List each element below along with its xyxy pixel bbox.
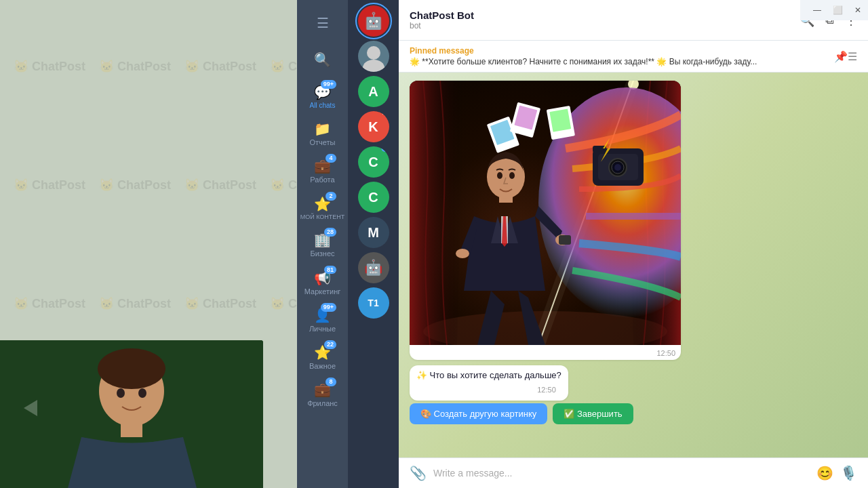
important-icon: ⭐ 22: [314, 344, 331, 361]
freelance-icon: 💼 8: [314, 382, 331, 398]
work-icon: 💼 4: [314, 158, 331, 174]
chat-area: ChatPost Bot bot 🔍 ⧉ ⋮ Pinned message 🌟 …: [399, 0, 868, 488]
sidebar-item-freelance[interactable]: 💼 8 Фриланс: [297, 376, 348, 413]
message-text-bubble: ✨ Что вы хотите сделать дальше? 12:50: [410, 365, 568, 401]
personal-badge: 99+: [321, 303, 336, 312]
sidebar-item-business[interactable]: 🏢 28 Бизнес: [297, 226, 348, 264]
chat-avatar-user-k[interactable]: K 15: [358, 111, 389, 142]
image-message: 12:50 ↩️: [410, 81, 681, 360]
work-badge: 4: [326, 154, 336, 163]
my-content-badge: 2: [326, 192, 336, 201]
sidebar-item-marketing[interactable]: 📢 81 Маркетинг: [297, 264, 348, 302]
messages-area[interactable]: 12:50 ↩️ ✨ Что вы хотите сделать дальше?…: [399, 73, 868, 458]
maximize-button[interactable]: ⬜: [827, 0, 848, 20]
search-icon: 🔍: [314, 52, 331, 68]
reports-label: Отчеты: [309, 138, 335, 147]
message-image-scene: [410, 81, 681, 345]
mic-icon[interactable]: 🎙️: [840, 465, 857, 481]
hamburger-icon: ☰: [317, 15, 329, 31]
video-overlay: [0, 340, 263, 488]
emoji-icon[interactable]: 😊: [816, 465, 833, 481]
freelance-badge: 8: [326, 378, 336, 386]
sidebar-item-important[interactable]: ⭐ 22 Важное: [297, 339, 348, 376]
chat-title: ChatPost Bot: [410, 9, 474, 21]
chat-avatar-user-a[interactable]: A: [358, 76, 389, 107]
create-another-button[interactable]: 🎨 Создать другую картинку: [410, 403, 547, 424]
business-label: Бизнес: [310, 249, 334, 258]
pinned-text: 🌟 **Хотите больше клиентов? Начните с по…: [410, 57, 783, 66]
app-container: — ⬜ ✕ ☰ 🔍 💬 99+ All chats 📁 Отчеты: [297, 0, 868, 488]
user-c1-badge: 5: [381, 146, 389, 152]
marketing-label: Маркетинг: [304, 287, 340, 296]
svg-point-33: [509, 172, 515, 179]
chat-header: ChatPost Bot bot 🔍 ⧉ ⋮: [399, 0, 868, 41]
svg-point-8: [367, 46, 380, 60]
all-chats-badge: 99+: [321, 80, 336, 89]
chat-avatar-user-c1[interactable]: C 5: [358, 146, 389, 178]
window-controls: — ⬜ ✕: [800, 0, 868, 20]
chat-list-panel: 🤖 A K 15 C 5 C M 🤖: [348, 0, 399, 488]
user-k-badge: 15: [379, 111, 389, 117]
pinned-bar: Pinned message 🌟 **Хотите больше клиенто…: [399, 41, 868, 73]
message-text-wrapper: ✨ Что вы хотите сделать дальше? 12:50 🎨 …: [410, 365, 857, 424]
sidebar-item-reports[interactable]: 📁 Отчеты: [297, 115, 348, 152]
minimize-button[interactable]: —: [807, 0, 827, 20]
all-chats-icon: 💬 99+: [314, 84, 331, 100]
chat-avatar-user-1[interactable]: [358, 41, 389, 72]
chat-avatar-user-m[interactable]: M: [358, 217, 389, 248]
chat-avatar-chatpost-bot[interactable]: 🤖: [358, 5, 389, 37]
svg-point-5: [117, 388, 125, 398]
svg-point-6: [138, 388, 146, 398]
action-buttons: 🎨 Создать другую картинку ✅ Завершить: [410, 403, 633, 424]
sidebar-item-personal[interactable]: 👤 99+ Личные: [297, 302, 348, 339]
message-input[interactable]: [433, 468, 810, 479]
attach-icon[interactable]: 📎: [410, 465, 427, 481]
svg-rect-27: [549, 108, 571, 131]
pinned-icon[interactable]: 📌☰: [834, 50, 857, 63]
input-area: 📎 😊 🎙️: [399, 458, 868, 488]
business-badge: 28: [324, 228, 336, 237]
marketing-icon: 📢 81: [314, 270, 331, 286]
my-content-label: МОЙ КОНТЕНТ: [300, 214, 345, 221]
personal-icon: 👤 99+: [314, 307, 331, 323]
sidebar-item-work[interactable]: 💼 4 Работа: [297, 152, 348, 190]
message-image-wrapper: 12:50 ↩️: [410, 81, 857, 360]
svg-point-34: [456, 249, 469, 258]
svg-rect-36: [559, 235, 571, 245]
svg-point-4: [98, 348, 165, 389]
sidebar-icons: ☰ 🔍 💬 99+ All chats 📁 Отчеты 💼 4 Работа: [297, 0, 348, 488]
pinned-label: Pinned message: [410, 46, 827, 56]
all-chats-label: All chats: [310, 102, 336, 110]
my-content-icon: ⭐ 2: [314, 196, 331, 212]
chat-avatar-robot[interactable]: 🤖: [358, 252, 389, 283]
chat-avatar-user-c2[interactable]: C: [358, 182, 389, 213]
freelance-label: Фриланс: [307, 399, 338, 408]
sidebar-search-button[interactable]: 🔍: [297, 42, 348, 79]
close-button[interactable]: ✕: [848, 0, 868, 20]
message-image-time: 12:50: [410, 346, 681, 360]
work-label: Работа: [310, 176, 334, 184]
business-icon: 🏢 28: [314, 232, 331, 248]
svg-rect-3: [121, 420, 142, 437]
message-text-time: 12:50: [416, 383, 561, 396]
svg-point-19: [614, 164, 621, 171]
finish-button[interactable]: ✅ Завершить: [553, 403, 633, 424]
sidebar-menu-button[interactable]: ☰: [297, 5, 348, 42]
personal-label: Личные: [309, 325, 336, 333]
sidebar-item-my-content[interactable]: ⭐ 2 МОЙ КОНТЕНТ: [297, 190, 348, 226]
svg-point-9: [363, 60, 384, 72]
svg-point-32: [497, 172, 502, 179]
chat-subtitle: bot: [410, 21, 474, 30]
reports-icon: 📁: [314, 121, 331, 137]
message-text: ✨ Что вы хотите сделать дальше?: [416, 369, 561, 382]
important-label: Важное: [309, 362, 336, 371]
sidebar-item-all-chats[interactable]: 💬 99+ All chats: [297, 79, 348, 115]
chat-avatar-t1[interactable]: T1: [358, 287, 389, 319]
marketing-badge: 81: [324, 266, 336, 274]
important-badge: 22: [324, 340, 336, 349]
